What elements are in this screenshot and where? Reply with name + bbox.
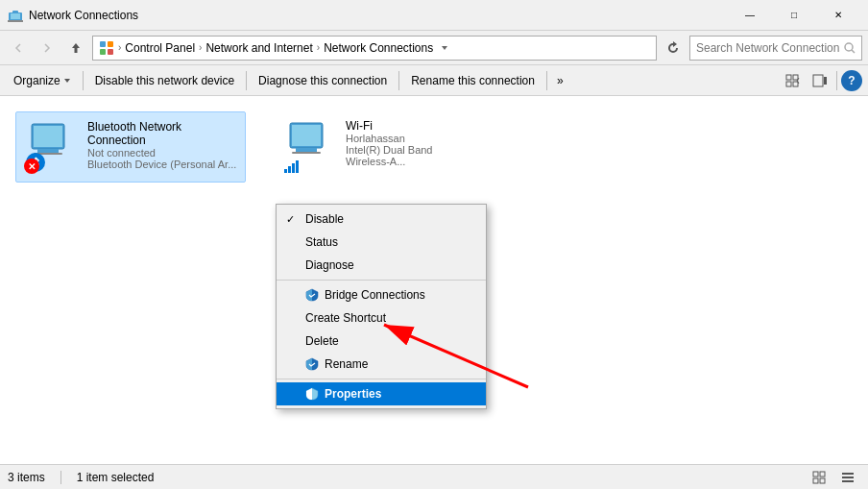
- control-panel-icon: [99, 40, 114, 56]
- address-path[interactable]: › Control Panel › Network and Internet ›…: [92, 36, 657, 61]
- ctx-status[interactable]: Status: [277, 231, 486, 254]
- minimize-button[interactable]: —: [728, 0, 772, 31]
- ctx-shortcut-label: Create Shortcut: [305, 311, 386, 325]
- svg-rect-4: [100, 41, 106, 47]
- svg-rect-17: [34, 126, 62, 147]
- maximize-button[interactable]: □: [772, 0, 816, 31]
- svg-rect-22: [296, 148, 317, 152]
- status-selected: 1 item selected: [77, 471, 155, 484]
- svg-rect-28: [813, 478, 818, 483]
- ctx-diagnose[interactable]: Diagnose: [277, 254, 486, 277]
- path-dropdown-icon: [441, 44, 448, 52]
- svg-rect-26: [813, 472, 818, 477]
- preview-icon: [812, 73, 828, 88]
- preview-button[interactable]: [808, 69, 832, 92]
- ctx-rename-label: Rename: [325, 357, 368, 371]
- forward-button[interactable]: [35, 36, 60, 61]
- svg-point-8: [845, 43, 853, 51]
- status-view-btn-1[interactable]: [807, 466, 832, 489]
- path-network-internet[interactable]: Network and Internet: [205, 41, 312, 55]
- ctx-rename[interactable]: Rename: [277, 353, 486, 376]
- ctx-bridge-shield-icon: [305, 288, 319, 302]
- svg-rect-1: [11, 13, 20, 19]
- disable-button[interactable]: Disable this network device: [87, 69, 242, 92]
- svg-rect-7: [108, 49, 113, 55]
- more-button[interactable]: »: [551, 69, 569, 92]
- network-area: ✕ Bluetooth Network Connection Not conne…: [0, 96, 868, 464]
- status-view-icon-2: [841, 471, 855, 484]
- svg-rect-18: [37, 149, 59, 153]
- svg-rect-14: [813, 75, 823, 86]
- ctx-properties[interactable]: Properties: [277, 382, 486, 405]
- close-button[interactable]: ✕: [816, 0, 860, 31]
- wifi-network-detail: Intel(R) Dual Band Wireless-A...: [346, 144, 478, 167]
- wifi-network-info: Wi-Fi Horlahassan Intel(R) Dual Band Wir…: [346, 119, 478, 167]
- back-icon: [12, 42, 24, 54]
- svg-rect-27: [820, 472, 825, 477]
- up-icon: [70, 42, 82, 54]
- wifi-network-status: Horlahassan: [346, 133, 478, 144]
- path-sep3: ›: [317, 42, 320, 53]
- svg-rect-10: [786, 75, 791, 80]
- toolbar-separator-4: [546, 71, 547, 90]
- bluetooth-network-info: Bluetooth Network Connection Not connect…: [87, 120, 237, 170]
- diagnose-button[interactable]: Diagnose this connection: [251, 69, 395, 92]
- svg-rect-5: [108, 41, 113, 47]
- wifi-network-name: Wi-Fi: [346, 119, 478, 133]
- svg-rect-31: [842, 477, 854, 478]
- ctx-status-label: Status: [305, 235, 338, 249]
- ctx-disable-label: Disable: [305, 212, 344, 226]
- ctx-disable[interactable]: Disable: [277, 208, 486, 231]
- svg-rect-13: [793, 82, 798, 86]
- path-control-panel[interactable]: Control Panel: [125, 41, 195, 55]
- wifi-network-item[interactable]: Wi-Fi Horlahassan Intel(R) Dual Band Wir…: [275, 111, 486, 183]
- search-input[interactable]: [696, 41, 840, 55]
- context-menu: Disable Status Diagnose Bridge Connectio…: [276, 204, 487, 409]
- toolbar-separator-3: [398, 71, 399, 90]
- status-view-icon-1: [812, 471, 826, 484]
- view-options-button[interactable]: [781, 69, 806, 92]
- svg-rect-32: [842, 480, 854, 482]
- status-view-btn-2[interactable]: [835, 466, 860, 489]
- help-button[interactable]: ?: [841, 70, 862, 91]
- svg-rect-3: [8, 20, 23, 22]
- bluetooth-network-item[interactable]: ✕ Bluetooth Network Connection Not conne…: [15, 111, 246, 183]
- ctx-properties-shield-icon: [305, 387, 319, 401]
- forward-icon: [41, 42, 53, 54]
- address-bar: › Control Panel › Network and Internet ›…: [0, 31, 868, 65]
- search-icon: [844, 42, 856, 54]
- organize-button[interactable]: Organize: [6, 69, 79, 92]
- ctx-bridge[interactable]: Bridge Connections: [277, 283, 486, 306]
- bluetooth-network-name: Bluetooth Network Connection: [87, 120, 237, 147]
- back-button[interactable]: [6, 36, 31, 61]
- path-network-connections[interactable]: Network Connections: [324, 41, 433, 55]
- toolbar-separator-2: [246, 71, 247, 90]
- ctx-bridge-label: Bridge Connections: [325, 288, 425, 302]
- status-separator: [60, 471, 61, 484]
- bluetooth-network-detail: Bluetooth Device (Personal Ar...: [87, 159, 237, 170]
- path-dropdown[interactable]: [437, 36, 452, 61]
- ctx-properties-label: Properties: [325, 387, 381, 401]
- ctx-separator-2: [277, 379, 486, 379]
- ctx-shortcut[interactable]: Create Shortcut: [277, 306, 486, 330]
- status-bar: 3 items 1 item selected: [0, 464, 868, 489]
- svg-line-9: [852, 50, 855, 53]
- window-title: Network Connections: [29, 9, 728, 22]
- main-content: ✕ Bluetooth Network Connection Not conne…: [0, 96, 868, 464]
- svg-rect-6: [100, 49, 106, 55]
- status-right: [807, 466, 860, 489]
- search-box[interactable]: [689, 36, 862, 61]
- ctx-delete-label: Delete: [305, 334, 339, 348]
- ctx-diagnose-label: Diagnose: [305, 258, 354, 272]
- ctx-delete[interactable]: Delete: [277, 330, 486, 353]
- path-sep2: ›: [199, 42, 202, 53]
- view-options-icon: [785, 73, 801, 88]
- rename-button[interactable]: Rename this connection: [403, 69, 542, 92]
- up-button[interactable]: [63, 36, 88, 61]
- refresh-icon: [666, 41, 680, 55]
- svg-rect-15: [824, 77, 827, 85]
- refresh-button[interactable]: [661, 36, 686, 61]
- title-bar: Network Connections — □ ✕: [0, 0, 868, 31]
- ctx-separator-1: [277, 280, 486, 281]
- ctx-rename-shield-icon: [305, 357, 319, 371]
